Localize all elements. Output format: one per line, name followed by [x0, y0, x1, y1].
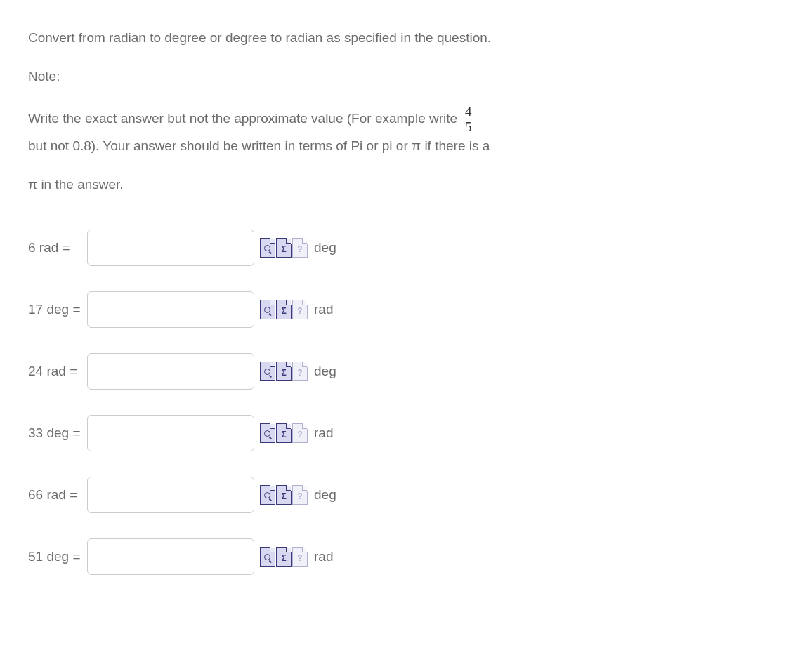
text-after-fraction: but not 0.8). Your answer should be writ…	[28, 136, 490, 157]
equation-editor-icon[interactable]: Σ	[276, 485, 292, 505]
answer-input[interactable]	[87, 230, 254, 266]
unit-label: rad	[314, 549, 333, 564]
fraction-numerator: 4	[462, 105, 475, 119]
unit-label: deg	[314, 487, 336, 503]
preview-icon[interactable]	[260, 547, 275, 567]
question-row: 24 rad = Σ ? deg	[28, 353, 784, 390]
fraction-denominator: 5	[462, 119, 475, 133]
preview-icon[interactable]	[260, 423, 275, 443]
preview-icon[interactable]	[260, 300, 275, 319]
question-label: 66 rad =	[28, 487, 83, 503]
equation-editor-icon[interactable]: Σ	[276, 547, 292, 567]
icon-group: Σ ?	[260, 423, 308, 443]
question-row: 33 deg = Σ ? rad	[28, 415, 784, 451]
icon-group: Σ ?	[260, 238, 308, 258]
question-row: 66 rad = Σ ? deg	[28, 477, 784, 513]
icon-group: Σ ?	[260, 362, 308, 381]
help-icon[interactable]: ?	[292, 362, 308, 381]
unit-label: deg	[314, 240, 336, 256]
note-label: Note:	[28, 67, 784, 87]
help-icon[interactable]: ?	[292, 547, 308, 567]
questions-container: 6 rad = Σ ? deg 17 deg = Σ ? rad 24 rad …	[28, 230, 784, 575]
help-icon[interactable]: ?	[292, 238, 308, 258]
question-row: 6 rad = Σ ? deg	[28, 230, 784, 266]
help-icon[interactable]: ?	[292, 485, 308, 505]
help-icon[interactable]: ?	[292, 423, 308, 443]
equation-editor-icon[interactable]: Σ	[276, 362, 292, 381]
equation-editor-icon[interactable]: Σ	[276, 238, 292, 258]
preview-icon[interactable]	[260, 362, 275, 381]
text-before-fraction: Write the exact answer but not the appro…	[28, 109, 457, 129]
question-label: 6 rad =	[28, 240, 83, 256]
answer-input[interactable]	[87, 291, 254, 328]
instruction-line-3: Write the exact answer but not the appro…	[28, 105, 784, 157]
preview-icon[interactable]	[260, 238, 275, 258]
icon-group: Σ ?	[260, 485, 308, 505]
unit-label: rad	[314, 425, 333, 441]
help-icon[interactable]: ?	[292, 300, 308, 319]
instruction-line-4: π in the answer.	[28, 175, 784, 195]
equation-editor-icon[interactable]: Σ	[276, 300, 292, 319]
answer-input[interactable]	[87, 538, 254, 575]
question-row: 51 deg = Σ ? rad	[28, 538, 784, 575]
question-label: 17 deg =	[28, 302, 83, 317]
equation-editor-icon[interactable]: Σ	[276, 423, 292, 443]
question-label: 51 deg =	[28, 549, 83, 564]
preview-icon[interactable]	[260, 485, 275, 505]
answer-input[interactable]	[87, 477, 254, 513]
question-label: 33 deg =	[28, 425, 83, 441]
answer-input[interactable]	[87, 415, 254, 451]
icon-group: Σ ?	[260, 547, 308, 567]
instruction-line-1: Convert from radian to degree or degree …	[28, 28, 784, 48]
answer-input[interactable]	[87, 353, 254, 390]
unit-label: deg	[314, 364, 336, 379]
question-label: 24 rad =	[28, 364, 83, 379]
icon-group: Σ ?	[260, 300, 308, 319]
unit-label: rad	[314, 302, 333, 317]
question-row: 17 deg = Σ ? rad	[28, 291, 784, 328]
instructions-block: Convert from radian to degree or degree …	[28, 28, 784, 194]
fraction-example: 4 5	[462, 105, 475, 133]
